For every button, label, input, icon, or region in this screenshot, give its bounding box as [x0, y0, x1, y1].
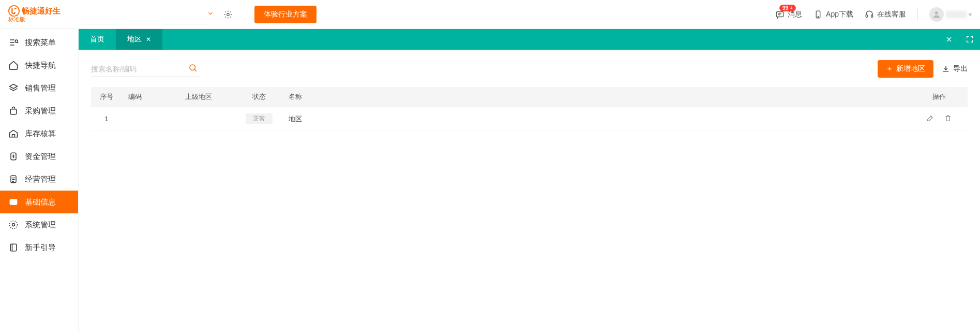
close-all-tabs-icon[interactable] — [939, 35, 959, 44]
brand-mark-icon — [8, 5, 20, 17]
fullscreen-icon[interactable] — [959, 35, 980, 44]
svg-rect-5 — [866, 15, 867, 17]
tag-icon — [8, 83, 19, 93]
col-name: 名称 — [282, 87, 911, 107]
svg-rect-2 — [776, 11, 783, 17]
svg-rect-9 — [10, 109, 17, 114]
svg-rect-16 — [10, 244, 17, 251]
search-icon[interactable] — [186, 61, 200, 76]
svg-point-4 — [818, 16, 819, 17]
search-input[interactable] — [91, 62, 186, 76]
delete-icon[interactable] — [944, 114, 952, 124]
sidebar: 搜索菜单 快捷导航 销售管理 采购管理 库存核算 资金管理 经营管理 基础信息 — [0, 29, 79, 333]
id-card-icon — [8, 197, 19, 207]
sidebar-item-guide[interactable]: 新手引导 — [0, 236, 78, 259]
svg-point-1 — [227, 13, 230, 16]
cell-code — [122, 107, 179, 131]
experience-plan-button[interactable]: 体验行业方案 — [254, 6, 316, 23]
sidebar-item-sales[interactable]: 销售管理 — [0, 77, 78, 99]
status-badge: 正常 — [246, 113, 273, 124]
sidebar-item-system[interactable]: 系统管理 — [0, 213, 78, 236]
sidebar-item-basic[interactable]: 基础信息 — [0, 191, 78, 213]
export-button[interactable]: 导出 — [942, 64, 968, 74]
sidebar-item-quicknav[interactable]: 快捷导航 — [0, 54, 78, 77]
online-service-label: 在线客服 — [877, 10, 906, 19]
headset-icon — [865, 10, 874, 19]
svg-rect-6 — [871, 15, 873, 17]
edit-icon[interactable] — [926, 114, 934, 124]
cell-name: 地区 — [282, 107, 911, 131]
cell-op — [911, 107, 968, 131]
gear-dotted-icon — [8, 220, 19, 230]
svg-point-7 — [935, 11, 938, 15]
tabbar: 首页 地区 ✕ — [79, 29, 980, 50]
money-icon — [8, 151, 19, 162]
book-icon — [8, 242, 19, 253]
app-download-link[interactable]: App下载 — [813, 10, 853, 19]
messages-link[interactable]: 99 + 消息 — [775, 10, 802, 19]
col-parent: 上级地区 — [179, 87, 236, 107]
col-code: 编码 — [122, 87, 179, 107]
online-service-link[interactable]: 在线客服 — [865, 10, 906, 19]
gear-icon[interactable] — [222, 9, 234, 20]
svg-point-17 — [190, 65, 195, 70]
user-name — [946, 11, 967, 18]
svg-point-14 — [12, 224, 15, 226]
search-field — [91, 61, 200, 77]
sidebar-item-search[interactable]: 搜索菜单 — [0, 31, 78, 54]
brand-edition: 标准版 — [8, 16, 25, 23]
home-icon — [8, 60, 19, 70]
col-idx: 序号 — [91, 87, 122, 107]
cell-parent — [179, 107, 236, 131]
messages-badge: 99 + — [779, 5, 796, 11]
sidebar-item-finance[interactable]: 资金管理 — [0, 145, 78, 168]
sidebar-item-purchase[interactable]: 采购管理 — [0, 99, 78, 122]
chevron-down-icon[interactable] — [207, 10, 214, 19]
col-status: 状态 — [236, 87, 282, 107]
chevron-down-icon: ▾ — [969, 11, 972, 18]
table-row: 1 正常 地区 — [91, 107, 968, 131]
brand-logo: 畅捷通好生 标准版 — [8, 5, 70, 23]
export-icon — [942, 65, 950, 73]
user-menu[interactable]: ▾ — [929, 7, 972, 22]
avatar-icon — [929, 7, 944, 22]
cell-status: 正常 — [236, 107, 282, 131]
bag-icon — [8, 106, 19, 116]
sidebar-item-stock[interactable]: 库存核算 — [0, 122, 78, 145]
svg-point-0 — [9, 6, 19, 16]
svg-point-15 — [10, 221, 18, 229]
add-region-button[interactable]: ＋ 新增地区 — [878, 60, 933, 78]
region-table: 序号 编码 上级地区 状态 名称 操作 1 正常 — [91, 87, 968, 131]
col-op: 操作 — [911, 87, 968, 107]
svg-point-13 — [11, 201, 13, 202]
sidebar-item-operate[interactable]: 经营管理 — [0, 168, 78, 191]
org-name — [85, 7, 199, 21]
tab-home[interactable]: 首页 — [79, 29, 116, 50]
app-download-label: App下载 — [826, 10, 853, 19]
phone-icon — [813, 10, 823, 19]
clipboard-icon — [8, 174, 19, 184]
brand-name: 畅捷通好生 — [22, 6, 61, 16]
search-list-icon — [8, 37, 19, 48]
plus-icon: ＋ — [886, 64, 893, 74]
warehouse-icon — [8, 128, 19, 139]
close-icon[interactable]: ✕ — [146, 36, 151, 43]
tab-region[interactable]: 地区 ✕ — [116, 29, 162, 50]
cell-idx: 1 — [91, 107, 122, 131]
